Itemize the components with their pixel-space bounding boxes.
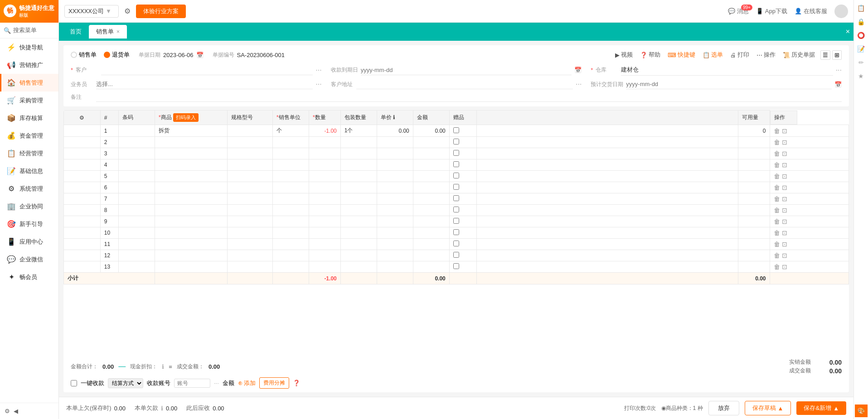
- operation-btn[interactable]: ⋯ 操作: [755, 50, 777, 60]
- expense-help-icon[interactable]: ❓: [293, 380, 300, 386]
- radio-return-order[interactable]: 退货单: [104, 51, 130, 59]
- sidebar-item-enterprise[interactable]: 🏢 企业协同: [0, 197, 58, 215]
- row-product-7[interactable]: [155, 205, 227, 216]
- row-gift-8[interactable]: [449, 216, 476, 227]
- delete-icon-3[interactable]: 🗑: [774, 161, 780, 169]
- save-new-button[interactable]: 保存&新增 ▲: [796, 401, 846, 415]
- account-more-icon[interactable]: ···: [214, 380, 219, 386]
- row-gift-3[interactable]: [449, 159, 476, 171]
- row-product-3[interactable]: [155, 159, 227, 171]
- print-btn[interactable]: 🖨 打印: [728, 50, 751, 60]
- delete-icon-0[interactable]: 🗑: [774, 127, 780, 135]
- video-btn[interactable]: ▶ 视频: [613, 50, 635, 60]
- row-barcode-0[interactable]: [118, 125, 155, 137]
- row-spec-3[interactable]: [227, 159, 272, 171]
- row-price-10[interactable]: [377, 239, 413, 250]
- row-price-6[interactable]: [377, 193, 413, 205]
- delete-icon-7[interactable]: 🗑: [774, 207, 780, 214]
- copy-icon-5[interactable]: ⊡: [782, 184, 787, 191]
- row-barcode-11[interactable]: [118, 250, 155, 261]
- row-price-4[interactable]: [377, 171, 413, 182]
- discount-info-icon[interactable]: ℹ: [162, 363, 164, 370]
- row-spec-12[interactable]: [227, 261, 272, 273]
- row-price-5[interactable]: [377, 182, 413, 193]
- draft-button[interactable]: 保存草稿 ▲: [745, 401, 791, 415]
- company-selector[interactable]: XXXXXX公司 ▼: [64, 5, 119, 18]
- row-spec-10[interactable]: [227, 239, 272, 250]
- row-gift-7[interactable]: [449, 205, 476, 216]
- row-unit-11[interactable]: [272, 250, 309, 261]
- delivery-calendar-icon[interactable]: 📅: [834, 81, 842, 88]
- gift-checkbox-8[interactable]: [453, 218, 459, 224]
- copy-icon-3[interactable]: ⊡: [782, 161, 787, 169]
- gift-checkbox-4[interactable]: [453, 173, 459, 178]
- copy-icon-8[interactable]: ⊡: [782, 218, 787, 225]
- row-pkgqty-0[interactable]: 1个: [340, 125, 377, 137]
- row-pkgqty-7[interactable]: [340, 205, 377, 216]
- row-qty-6[interactable]: [309, 193, 340, 205]
- copy-icon-7[interactable]: ⊡: [782, 207, 787, 214]
- row-spec-7[interactable]: [227, 205, 272, 216]
- sidebar-item-operations[interactable]: 📋 经营管理: [0, 144, 58, 162]
- add-payment-btn[interactable]: ⊕ 添加: [238, 379, 256, 387]
- copy-icon-11[interactable]: ⊡: [782, 252, 787, 259]
- row-gift-5[interactable]: [449, 182, 476, 193]
- row-product-1[interactable]: [155, 137, 227, 148]
- copy-icon-6[interactable]: ⊡: [782, 195, 787, 202]
- delete-icon-12[interactable]: 🗑: [774, 263, 780, 270]
- rp-icon-1[interactable]: 🔒: [855, 15, 868, 28]
- copy-icon-0[interactable]: ⊡: [782, 127, 787, 135]
- delete-icon-4[interactable]: 🗑: [774, 173, 780, 180]
- row-product-11[interactable]: [155, 250, 227, 261]
- row-unit-5[interactable]: [272, 182, 309, 193]
- scan-button[interactable]: 扫码录入: [173, 113, 199, 122]
- row-pkgqty-8[interactable]: [340, 216, 377, 227]
- message-group[interactable]: 💬 消息 99+: [728, 7, 749, 15]
- sidebar-item-purchase[interactable]: 🛒 采购管理: [0, 92, 58, 109]
- row-unit-1[interactable]: [272, 137, 309, 148]
- row-amount-3[interactable]: [413, 159, 449, 171]
- gift-checkbox-2[interactable]: [453, 150, 459, 156]
- row-price-11[interactable]: [377, 250, 413, 261]
- delete-icon-9[interactable]: 🗑: [774, 229, 780, 236]
- tabbar-close-btn[interactable]: ×: [846, 28, 850, 36]
- delete-icon-10[interactable]: 🗑: [774, 241, 780, 248]
- rp-icon-2[interactable]: ⭕: [855, 29, 868, 42]
- row-amount-10[interactable]: [413, 239, 449, 250]
- gift-checkbox-10[interactable]: [453, 241, 459, 246]
- row-amount-7[interactable]: [413, 205, 449, 216]
- settings-gear-icon[interactable]: ⚙: [5, 408, 10, 414]
- row-qty-4[interactable]: [309, 171, 340, 182]
- copy-icon-12[interactable]: ⊡: [782, 263, 787, 270]
- rp-icon-4[interactable]: ✏: [855, 56, 868, 69]
- rp-icon-bottom[interactable]: 🎨: [855, 405, 868, 417]
- row-price-9[interactable]: [377, 227, 413, 239]
- sidebar-item-appstore[interactable]: 📱 应用中心: [0, 233, 58, 250]
- row-barcode-5[interactable]: [118, 182, 155, 193]
- row-price-12[interactable]: [377, 261, 413, 273]
- row-spec-2[interactable]: [227, 148, 272, 159]
- row-spec-9[interactable]: [227, 227, 272, 239]
- row-pkgqty-6[interactable]: [340, 193, 377, 205]
- owe-info-icon[interactable]: ℹ: [161, 405, 163, 412]
- help-btn[interactable]: ❓ 帮助: [638, 50, 662, 60]
- history-btn[interactable]: 📜 历史单据: [781, 50, 817, 60]
- row-barcode-9[interactable]: [118, 227, 155, 239]
- row-product-9[interactable]: [155, 227, 227, 239]
- row-unit-0[interactable]: 个: [272, 125, 309, 137]
- row-barcode-1[interactable]: [118, 137, 155, 148]
- row-pkgqty-5[interactable]: [340, 182, 377, 193]
- row-barcode-12[interactable]: [118, 261, 155, 273]
- shortcut-btn[interactable]: ⌨ 快捷键: [666, 50, 697, 60]
- row-barcode-3[interactable]: [118, 159, 155, 171]
- row-qty-5[interactable]: [309, 182, 340, 193]
- collapse-icon[interactable]: ◀: [14, 408, 18, 414]
- row-spec-11[interactable]: [227, 250, 272, 261]
- row-product-6[interactable]: [155, 193, 227, 205]
- row-amount-11[interactable]: [413, 250, 449, 261]
- gift-checkbox-0[interactable]: [453, 127, 459, 133]
- row-price-0[interactable]: 0.00: [377, 125, 413, 137]
- account-input[interactable]: [174, 379, 210, 388]
- row-amount-8[interactable]: [413, 216, 449, 227]
- expense-split-btn[interactable]: 费用分摊: [259, 377, 289, 389]
